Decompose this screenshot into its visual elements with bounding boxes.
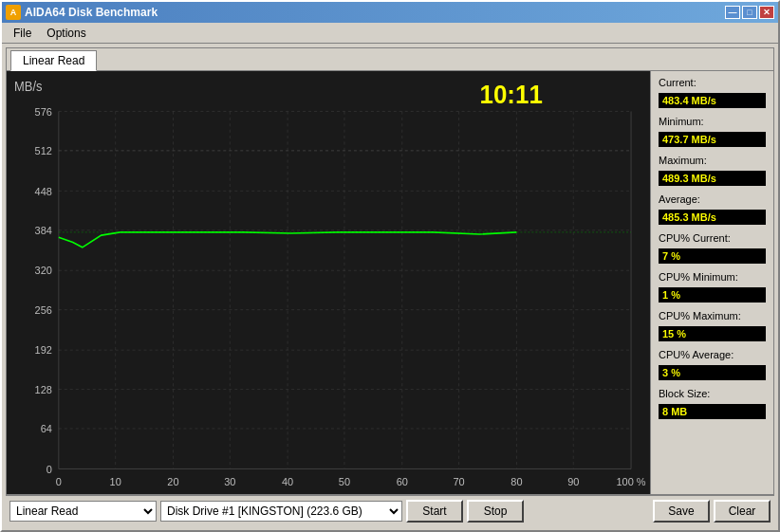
menu-file[interactable]: File — [6, 25, 39, 42]
cpu-average-label: CPU% Average: — [659, 349, 766, 360]
svg-text:512: 512 — [35, 145, 52, 156]
menu-options[interactable]: Options — [39, 25, 93, 42]
svg-text:90: 90 — [567, 476, 579, 487]
app-icon: A — [6, 5, 21, 20]
svg-text:0: 0 — [56, 476, 62, 487]
minimum-value: 473.7 MB/s — [659, 132, 766, 147]
menu-bar: File Options — [2, 23, 778, 44]
cpu-average-value: 3 % — [659, 365, 766, 380]
chart-svg: MB/s 10:11 — [7, 71, 650, 494]
svg-text:60: 60 — [397, 476, 408, 487]
svg-text:10: 10 — [110, 476, 121, 487]
cpu-current-label: CPU% Current: — [659, 232, 766, 244]
cpu-maximum-label: CPU% Maximum: — [659, 310, 766, 321]
main-window: A AIDA64 Disk Benchmark — □ ✕ File Optio… — [0, 0, 780, 532]
main-panel: MB/s 10:11 — [7, 71, 773, 494]
block-size-label: Block Size: — [659, 388, 766, 399]
bottom-bar: Linear Read Disk Drive #1 [KINGSTON] (22… — [6, 495, 774, 526]
svg-text:256: 256 — [35, 304, 52, 316]
content-area: Linear Read MB/s 10:11 — [2, 44, 778, 530]
svg-text:384: 384 — [35, 225, 52, 236]
title-buttons: — □ ✕ — [725, 6, 774, 19]
stop-button[interactable]: Stop — [467, 500, 524, 523]
svg-text:30: 30 — [224, 476, 235, 487]
svg-text:50: 50 — [339, 476, 350, 487]
maximum-label: Maximum: — [659, 155, 766, 166]
maximize-button[interactable]: □ — [742, 6, 757, 19]
clear-button[interactable]: Clear — [714, 500, 771, 523]
svg-text:64: 64 — [41, 423, 52, 434]
disk-dropdown[interactable]: Disk Drive #1 [KINGSTON] (223.6 GB) — [160, 501, 402, 522]
current-label: Current: — [659, 77, 766, 88]
tab-container: Linear Read MB/s 10:11 — [6, 47, 774, 495]
svg-text:70: 70 — [453, 476, 464, 487]
average-label: Average: — [659, 193, 766, 205]
tab-linear-read[interactable]: Linear Read — [10, 50, 97, 71]
cpu-current-value: 7 % — [659, 248, 766, 264]
average-value: 485.3 MB/s — [659, 210, 766, 225]
maximum-value: 489.3 MB/s — [659, 171, 766, 186]
window-title: AIDA64 Disk Benchmark — [25, 6, 158, 19]
svg-text:80: 80 — [511, 476, 522, 487]
side-panel: Current: 483.4 MB/s Minimum: 473.7 MB/s … — [650, 71, 773, 494]
svg-text:576: 576 — [35, 105, 52, 117]
svg-text:128: 128 — [35, 383, 52, 394]
svg-text:192: 192 — [35, 344, 52, 356]
chart-area: MB/s 10:11 — [7, 71, 650, 494]
title-bar: A AIDA64 Disk Benchmark — □ ✕ — [2, 2, 778, 23]
title-bar-left: A AIDA64 Disk Benchmark — [6, 5, 158, 20]
cpu-minimum-value: 1 % — [659, 287, 766, 303]
svg-text:40: 40 — [282, 476, 293, 487]
minimize-button[interactable]: — — [725, 6, 740, 19]
cpu-maximum-value: 15 % — [659, 326, 766, 341]
save-button[interactable]: Save — [653, 500, 710, 523]
svg-rect-0 — [7, 71, 650, 494]
close-button[interactable]: ✕ — [759, 6, 774, 19]
svg-text:MB/s: MB/s — [14, 80, 43, 94]
svg-text:320: 320 — [35, 265, 52, 276]
svg-text:448: 448 — [35, 185, 52, 196]
test-type-dropdown[interactable]: Linear Read — [9, 501, 157, 522]
start-button[interactable]: Start — [406, 500, 463, 523]
svg-text:0: 0 — [46, 463, 52, 474]
tab-bar: Linear Read — [7, 48, 773, 71]
minimum-label: Minimum: — [659, 116, 766, 127]
current-value: 483.4 MB/s — [659, 93, 766, 108]
block-size-value: 8 MB — [659, 404, 766, 419]
svg-text:20: 20 — [167, 476, 178, 487]
svg-text:100 %: 100 % — [617, 476, 646, 487]
svg-text:10:11: 10:11 — [480, 80, 543, 109]
cpu-minimum-label: CPU% Minimum: — [659, 271, 766, 283]
